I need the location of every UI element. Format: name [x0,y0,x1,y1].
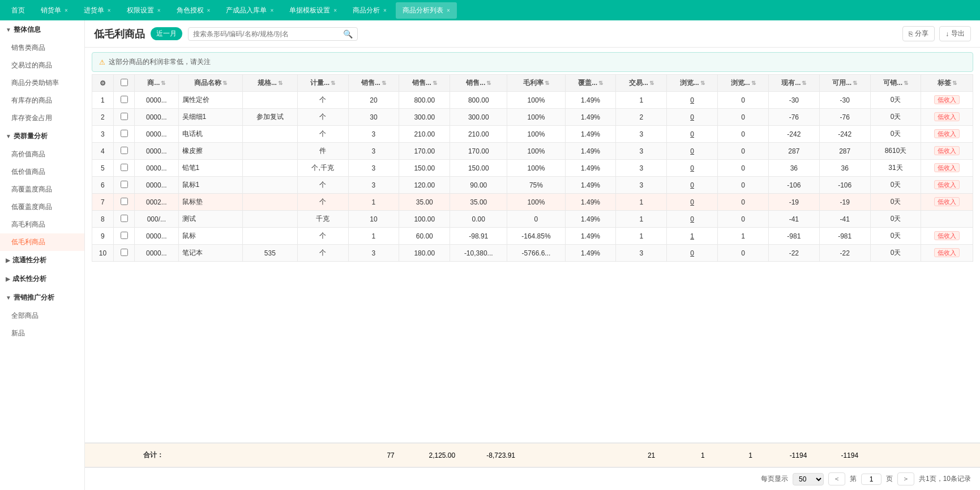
row-checkbox[interactable] [113,109,134,126]
col-name[interactable]: 商品名称⇅ [178,75,243,92]
sidebar-item-all-goods[interactable]: 全部商品 [0,307,84,325]
nav-template-settings[interactable]: 单据模板设置 × [283,2,344,19]
row-checkbox[interactable] [113,194,134,211]
nav-close-icon[interactable]: × [65,7,68,14]
col-code[interactable]: 商...⇅ [135,75,178,92]
sidebar-group-circulation[interactable]: ▶ 流通性分析 [0,251,84,270]
row-gross-margin: 0 [507,211,565,228]
row-sales-qty: 1 [348,228,399,245]
sidebar-item-category-assist[interactable]: 商品分类助销率 [0,74,84,92]
col-browse1[interactable]: 浏览...⇅ [667,75,718,92]
nav-product-inbound[interactable]: 产成品入库单 × [219,2,280,19]
row-spec [243,160,298,177]
row-unit: 个 [297,245,348,262]
row-checkbox[interactable] [113,245,134,262]
row-checkbox[interactable] [113,143,134,160]
sidebar-group-cluster[interactable]: ▼ 类群量分析 [0,127,84,146]
row-browse1[interactable]: 0 [667,245,718,262]
col-browse2[interactable]: 浏览...⇅ [718,75,769,92]
row-trade-count: 3 [616,177,667,194]
col-sales-amount[interactable]: 销售...⇅ [399,75,450,92]
row-browse1[interactable]: 0 [667,177,718,194]
share-button[interactable]: ⎘ 分享 [902,26,935,41]
nav-sales-order[interactable]: 销货单 × [34,2,75,19]
row-browse1[interactable]: 1 [667,228,718,245]
row-checkbox[interactable] [113,126,134,143]
row-coverage: 1.49% [565,143,616,160]
row-sales-qty: 10 [348,211,399,228]
col-current-stock[interactable]: 现有...⇅ [768,75,819,92]
sidebar-group-overall[interactable]: ▼ 整体信息 [0,20,84,39]
nav-close-icon[interactable]: × [447,7,450,14]
col-trade-count[interactable]: 交易...⇅ [616,75,667,92]
nav-purchase-order[interactable]: 进货单 × [77,2,118,19]
sidebar-group-growth[interactable]: ▶ 成长性分析 [0,270,84,288]
tag-badge: 低收入 [934,231,960,240]
row-coverage: 1.49% [565,194,616,211]
row-checkbox[interactable] [113,92,134,109]
col-sales-profit[interactable]: 销售...⇅ [450,75,507,92]
row-browse1[interactable]: 0 [667,109,718,126]
row-browse1[interactable]: 0 [667,160,718,177]
col-sellable-days[interactable]: 可销...⇅ [870,75,921,92]
col-gross-margin[interactable]: 毛利率⇅ [507,75,565,92]
nav-home[interactable]: 首页 [5,2,32,19]
sidebar-item-stock-goods[interactable]: 有库存的商品 [0,92,84,109]
table-container[interactable]: ⚙ 商...⇅ 商品名称⇅ 规格...⇅ 计量...⇅ 销售...⇅ 销售...… [85,74,980,442]
nav-permission-settings[interactable]: 权限设置 × [120,2,168,19]
row-browse1[interactable]: 0 [667,92,718,109]
row-available-stock: -106 [819,177,870,194]
row-sales-profit: 35.00 [450,194,507,211]
col-tag[interactable]: 标签⇅ [921,75,973,92]
row-sales-amount: 210.00 [399,126,450,143]
row-browse1[interactable]: 0 [667,143,718,160]
col-available-stock[interactable]: 可用...⇅ [819,75,870,92]
row-checkbox[interactable] [113,177,134,194]
col-spec[interactable]: 规格...⇅ [243,75,298,92]
sidebar-item-sales-goods[interactable]: 销售类商品 [0,39,84,57]
export-button[interactable]: ↓ 导出 [939,26,971,41]
row-current-stock: -19 [768,194,819,211]
row-browse1[interactable]: 0 [667,126,718,143]
row-browse1[interactable]: 0 [667,194,718,211]
sidebar-group-marketing[interactable]: ▼ 营销推广分析 [0,288,84,307]
sidebar-item-stock-capital[interactable]: 库存资金占用 [0,109,84,127]
page-input[interactable] [861,474,881,485]
row-sales-profit: -10,380... [450,245,507,262]
nav-product-analysis[interactable]: 商品分析 × [346,2,393,19]
col-checkbox[interactable] [113,75,134,92]
sidebar-item-low-value[interactable]: 低价值商品 [0,163,84,181]
col-unit[interactable]: 计量...⇅ [297,75,348,92]
row-checkbox[interactable] [113,160,134,177]
sidebar-item-high-margin[interactable]: 高毛利商品 [0,216,84,233]
row-browse1[interactable]: 0 [667,211,718,228]
sidebar-item-low-coverage[interactable]: 低覆盖度商品 [0,198,84,216]
row-name: 属性定价 [178,92,243,109]
nav-close-icon[interactable]: × [207,7,211,14]
nav-role-permission[interactable]: 角色授权 × [170,2,217,19]
nav-close-icon[interactable]: × [333,7,337,14]
col-coverage[interactable]: 覆盖...⇅ [565,75,616,92]
sidebar-item-low-margin[interactable]: 低毛利商品 [0,233,84,251]
search-input[interactable] [193,30,340,38]
filter-month-button[interactable]: 近一月 [151,27,182,40]
search-icon[interactable]: 🔍 [343,29,353,39]
sidebar-item-high-value[interactable]: 高价值商品 [0,146,84,163]
sidebar-item-traded-goods[interactable]: 交易过的商品 [0,57,84,74]
row-checkbox[interactable] [113,211,134,228]
nav-close-icon[interactable]: × [157,7,161,14]
next-page-button[interactable]: ＞ [897,472,914,485]
sidebar-item-new-goods[interactable]: 新品 [0,325,84,342]
col-sales-qty[interactable]: 销售...⇅ [348,75,399,92]
prev-page-button[interactable]: ＜ [828,472,845,485]
nav-close-icon[interactable]: × [270,7,273,14]
nav-close-icon[interactable]: × [108,7,111,14]
row-checkbox[interactable] [113,228,134,245]
nav-product-analysis-list[interactable]: 商品分析列表 × [396,2,457,19]
sidebar-item-high-coverage[interactable]: 高覆盖度商品 [0,181,84,198]
row-sales-qty: 1 [348,194,399,211]
col-settings[interactable]: ⚙ [92,75,114,92]
per-page-select[interactable]: 50 100 200 [793,473,824,485]
select-all-checkbox[interactable] [121,79,128,86]
nav-close-icon[interactable]: × [383,7,387,14]
